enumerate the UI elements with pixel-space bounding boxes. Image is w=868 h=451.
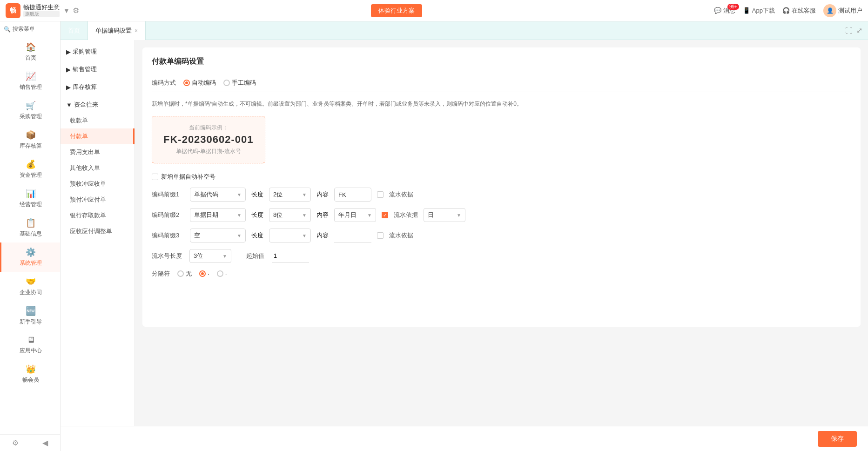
- prefix3-serial-label: 流水依据: [389, 231, 413, 240]
- sidebar-item-apps[interactable]: 🖥 应用中心: [0, 330, 60, 359]
- sidebar-item-purchase[interactable]: 🛒 采购管理: [0, 96, 60, 125]
- prefix1-length-label: 长度: [251, 190, 263, 199]
- app-download-btn[interactable]: 📱 App下载: [743, 7, 775, 15]
- prefix2-select[interactable]: 单据日期 ▼: [190, 208, 246, 222]
- sub-item-receipt[interactable]: 收款单: [61, 113, 135, 128]
- sep-dot-radio-circle: [199, 270, 206, 277]
- sidebar-item-guide[interactable]: 🆕 新手引导: [0, 301, 60, 330]
- prefix2-content-chevron-icon: ▼: [367, 213, 372, 218]
- sep-dot-radio[interactable]: ·: [199, 270, 209, 277]
- tab-close-icon[interactable]: ×: [135, 27, 138, 34]
- sub-header-capital[interactable]: ▼ 资金往来: [61, 97, 135, 113]
- chevron-right-icon: ▶: [66, 48, 71, 55]
- trial-btn[interactable]: 体验行业方案: [371, 4, 422, 17]
- prefix2-length-select[interactable]: 8位 ▼: [269, 208, 311, 222]
- prefix2-length-label: 长度: [251, 211, 263, 219]
- settings-icon[interactable]: ⚙: [73, 6, 79, 15]
- prefix3-select[interactable]: 空 ▼: [190, 229, 246, 242]
- sub-group-sales: ▶ 销售管理: [61, 61, 135, 77]
- sidebar-item-system[interactable]: ⚙️ 系统管理: [0, 242, 60, 272]
- top-bar: 畅 畅捷通好生意 旗舰版 ▼ ⚙ 体验行业方案 💬 消息 99+ 📱 App下载…: [0, 0, 868, 21]
- cooperation-icon: 🤝: [26, 276, 36, 287]
- sidebar-item-inventory[interactable]: 📦 库存核算: [0, 125, 60, 155]
- prefix1-serial-label: 流水依据: [389, 190, 413, 199]
- prefix3-length-chevron-icon: ▼: [302, 233, 307, 238]
- prefix1-serial-checkbox[interactable]: [377, 191, 384, 198]
- dropdown-arrow-icon[interactable]: ▼: [63, 7, 70, 14]
- auto-fill-checkbox[interactable]: [152, 174, 158, 180]
- prefix3-length-select[interactable]: ▼: [269, 229, 311, 242]
- top-controls: ▼ ⚙: [63, 6, 79, 15]
- top-bar-left: 畅 畅捷通好生意 旗舰版 ▼ ⚙: [6, 3, 79, 18]
- sub-header-sales[interactable]: ▶ 销售管理: [61, 61, 135, 77]
- tab-expand-icon[interactable]: ⛶: [845, 27, 853, 35]
- prefix2-label: 编码前缀2: [152, 211, 184, 219]
- auto-fill-row: 新增单据自动补空号: [152, 173, 851, 181]
- serial-length-label: 流水号长度: [152, 252, 182, 260]
- content-area: 首页 单据编码设置 × ⛶ ⤢ ▶ 采购管理: [61, 21, 868, 451]
- manual-code-radio-circle: [223, 80, 230, 86]
- sub-header-purchase[interactable]: ▶ 采购管理: [61, 44, 135, 60]
- save-button[interactable]: 保存: [818, 431, 857, 447]
- prefix1-select[interactable]: 单据代码 ▼: [190, 188, 246, 202]
- sales-icon: 📈: [26, 71, 36, 81]
- sep-none-radio[interactable]: 无: [177, 269, 192, 278]
- sidebar-item-basic[interactable]: 📋 基础信息: [0, 213, 60, 242]
- user-info[interactable]: 👤 测试用户: [823, 4, 862, 17]
- start-value-input[interactable]: 1: [272, 249, 309, 263]
- sidebar-collapse-icon[interactable]: ◀: [42, 438, 48, 447]
- sidebar-settings-icon[interactable]: ⚙: [12, 438, 19, 447]
- service-icon: 🎧: [782, 7, 790, 14]
- sub-item-pre-receipt[interactable]: 预收冲应收单: [61, 176, 135, 192]
- code-preview-sub: 单据代码-单据日期-流水号: [163, 148, 254, 155]
- encoding-method-bar: 编码方式 自动编码 手工编码: [152, 74, 851, 92]
- username: 测试用户: [838, 7, 862, 15]
- apps-icon: 🖥: [27, 335, 35, 345]
- tab-encoding-settings[interactable]: 单据编码设置 ×: [88, 21, 146, 40]
- prefix2-unit-select[interactable]: 日 ▼: [424, 208, 465, 222]
- sidebar-item-sales[interactable]: 📈 销售管理: [0, 67, 60, 96]
- sub-item-bank[interactable]: 银行存取款单: [61, 208, 135, 223]
- sub-item-adjust[interactable]: 应收应付调整单: [61, 223, 135, 239]
- tab-home-label: 首页: [68, 27, 80, 35]
- online-service-btn[interactable]: 🎧 在线客服: [782, 7, 816, 15]
- message-btn[interactable]: 💬 消息 99+: [714, 7, 735, 15]
- sidebar-item-finance[interactable]: 💰 资金管理: [0, 155, 60, 184]
- separator-label: 分隔符: [152, 269, 170, 278]
- prefix2-serial-checkbox[interactable]: ✓: [382, 212, 388, 218]
- sub-item-pre-payment[interactable]: 预付冲应付单: [61, 192, 135, 208]
- start-value-label: 起始值: [246, 252, 264, 260]
- sub-item-other-income[interactable]: 其他收入单: [61, 160, 135, 176]
- sub-header-inventory[interactable]: ▶ 库存核算: [61, 79, 135, 95]
- serial-length-select[interactable]: 3位 ▼: [189, 249, 231, 263]
- search-menu-btn[interactable]: 🔍 搜索菜单: [0, 21, 60, 37]
- sub-item-expense[interactable]: 费用支出单: [61, 144, 135, 160]
- serial-length-chevron-icon: ▼: [222, 254, 227, 259]
- tab-fullscreen-icon[interactable]: ⤢: [856, 26, 862, 35]
- sub-item-payment[interactable]: 付款单: [61, 128, 135, 144]
- prefix1-length-value: 2位: [273, 190, 283, 199]
- chevron-right-inventory-icon: ▶: [66, 84, 71, 91]
- auto-code-radio-circle: [183, 80, 190, 86]
- tab-home[interactable]: 首页: [61, 21, 88, 40]
- sidebar-item-home[interactable]: 🏠 首页: [0, 37, 60, 67]
- form-row-prefix3: 编码前缀3 空 ▼ 长度 ▼ 内容 流水依据: [152, 229, 851, 242]
- auto-fill-label: 新增单据自动补空号: [161, 173, 215, 181]
- prefix3-chevron-icon: ▼: [237, 233, 242, 238]
- main-layout: 🔍 搜索菜单 🏠 首页 📈 销售管理 🛒 采购管理 📦 库存核算 💰 资金管理 …: [0, 21, 868, 451]
- sidebar-item-member[interactable]: 👑 畅会员: [0, 359, 60, 389]
- page-title: 付款单编码设置: [152, 57, 851, 67]
- auto-code-radio[interactable]: 自动编码: [183, 79, 216, 87]
- prefix3-serial-checkbox[interactable]: [377, 232, 384, 239]
- sidebar-item-operations[interactable]: 📊 经营管理: [0, 184, 60, 213]
- prefix2-value: 单据日期: [194, 211, 218, 219]
- tab-encoding-label: 单据编码设置: [95, 27, 132, 35]
- prefix1-content-input: FK: [334, 188, 371, 202]
- sidebar-item-cooperation[interactable]: 🤝 企业协同: [0, 272, 60, 301]
- manual-code-radio[interactable]: 手工编码: [223, 79, 256, 87]
- prefix1-chevron-icon: ▼: [237, 192, 242, 197]
- sep-dot2-radio[interactable]: ·: [217, 270, 227, 277]
- prefix2-content-select[interactable]: 年月日 ▼: [334, 208, 376, 222]
- prefix2-chevron-icon: ▼: [237, 213, 242, 218]
- prefix1-length-select[interactable]: 2位 ▼: [269, 188, 311, 202]
